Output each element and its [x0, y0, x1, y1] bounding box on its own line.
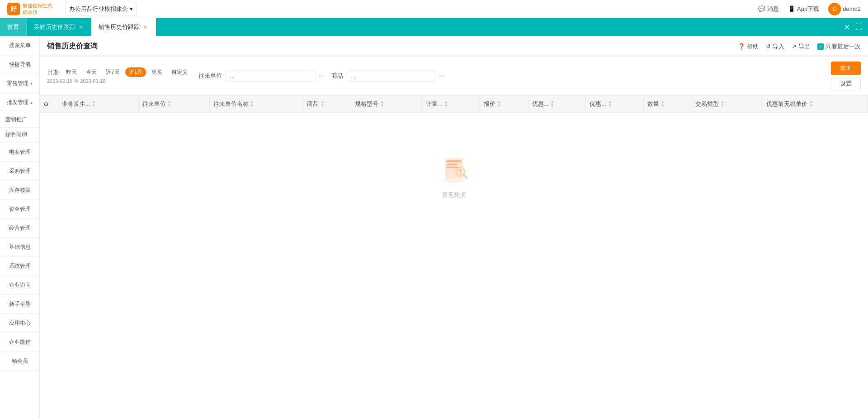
- sidebar-item-app-center[interactable]: 应用中心: [0, 314, 39, 333]
- col-trade-type[interactable]: 交易类型 ▲▼: [692, 95, 763, 113]
- date-btn-more[interactable]: 更多: [148, 67, 166, 77]
- sidebar-item-finance[interactable]: 资金管理: [0, 200, 39, 219]
- page-header-actions: ❓ 帮助 ↺ 导入 ↗ 导出 ✓ 只看最后一次: [738, 43, 861, 51]
- sidebar-item-wechat[interactable]: 企业微信: [0, 333, 39, 352]
- filter-product-group: 商品 ···: [331, 71, 445, 82]
- sidebar-item-operations[interactable]: 经营管理: [0, 219, 39, 238]
- checkbox-icon: ✓: [817, 43, 824, 50]
- date-range-text: 2023-02-18 至 2023-03-18: [47, 78, 191, 85]
- header-right: 💬 消息 📱 App下载 D demo2: [758, 3, 861, 15]
- date-label: 日期: [47, 68, 59, 76]
- import-button[interactable]: ↺ 导入: [766, 43, 784, 51]
- sidebar-item-inventory[interactable]: 库存核算: [0, 181, 39, 200]
- partner-label: 往来单位: [198, 72, 222, 80]
- sidebar-item-newbie[interactable]: 新手引导: [0, 295, 39, 314]
- data-table: ⚙ 业务发生... ▲▼ 往来单位 ▲▼: [40, 95, 868, 235]
- sidebar-item-basic-info[interactable]: 基础信息: [0, 238, 39, 257]
- col-pretax-price[interactable]: 优惠前无税单价 ▲▼: [763, 95, 868, 113]
- sidebar-item-wholesale[interactable]: 批发管理 ▴: [0, 93, 39, 112]
- logo-icon: 好: [7, 3, 20, 15]
- sort-arrows-quote: ▲▼: [497, 100, 501, 108]
- avatar: D: [828, 3, 841, 15]
- query-button[interactable]: 查询: [831, 62, 861, 75]
- col-quote[interactable]: 报价 ▲▼: [480, 95, 528, 113]
- product-input[interactable]: [347, 71, 437, 82]
- table-body: 暂无数据: [40, 113, 868, 236]
- workspace-selector[interactable]: 办公用品行业模拟账套 ▾: [65, 3, 137, 15]
- col-product[interactable]: 商品 ▲▼: [303, 95, 351, 113]
- svg-point-8: [459, 169, 462, 171]
- sort-arrows-partner-name: ▲▼: [250, 100, 254, 108]
- sidebar-item-quick-nav[interactable]: 快捷导航: [0, 55, 39, 74]
- filter-date-block: 日期 昨天 今天 近7天 近1月 更多 自定义 2023-02-18 至 202…: [47, 67, 191, 85]
- tab-close-purchase[interactable]: ✕: [78, 24, 84, 31]
- sort-arrows-pretax-price: ▲▼: [809, 100, 813, 108]
- import-icon: ↺: [766, 43, 771, 50]
- sidebar-item-membership[interactable]: 畅会员: [0, 352, 39, 371]
- filter-date-group: 日期 昨天 今天 近7天 近1月 更多 自定义: [47, 67, 191, 77]
- sort-arrows-product: ▲▼: [321, 100, 324, 108]
- filter-actions: 查询 设置: [831, 62, 861, 90]
- page-header: 销售历史价查询 ❓ 帮助 ↺ 导入 ↗ 导出 ✓ 只看最后一次: [40, 36, 868, 57]
- sidebar-sub-item-sales[interactable]: 销售管理: [0, 128, 39, 143]
- col-unit[interactable]: 计量... ▲▼: [422, 95, 480, 113]
- sidebar: 搜索菜单 快捷导航 零售管理 ▾ 批发管理 ▴ 营销推广 销售管理 电商管理 采…: [0, 36, 40, 418]
- date-btn-last1m[interactable]: 近1月: [125, 67, 146, 77]
- empty-text: 暂无数据: [442, 191, 466, 199]
- sidebar-item-ecommerce[interactable]: 电商管理: [0, 143, 39, 162]
- sort-arrows-discount2: ▲▼: [608, 100, 612, 108]
- logo-text: 畅捷信好生意 标准版: [23, 2, 52, 15]
- col-spec[interactable]: 规格型号 ▲▼: [351, 95, 422, 113]
- col-partner-code[interactable]: 往来单位 ▲▼: [138, 95, 209, 113]
- date-btn-today[interactable]: 今天: [82, 67, 100, 77]
- main-layout: 搜索菜单 快捷导航 零售管理 ▾ 批发管理 ▴ 营销推广 销售管理 电商管理 采…: [0, 36, 868, 418]
- product-browse-icon[interactable]: ···: [439, 72, 445, 80]
- tab-home[interactable]: 首页: [0, 18, 27, 36]
- tab-sales-history[interactable]: 销售历史价跟踪 ✕: [91, 18, 156, 36]
- sort-arrows-unit: ▲▼: [444, 100, 448, 108]
- sidebar-sub-item-marketing[interactable]: 营销推广: [0, 112, 39, 128]
- tab-close-sales[interactable]: ✕: [142, 24, 148, 31]
- col-biz-date[interactable]: 业务发生... ▲▼: [58, 95, 138, 113]
- sidebar-item-retail[interactable]: 零售管理 ▾: [0, 74, 39, 93]
- col-partner-name[interactable]: 往来单位名称 ▲▼: [209, 95, 303, 113]
- table-header-row: ⚙ 业务发生... ▲▼ 往来单位 ▲▼: [40, 95, 868, 113]
- fullscreen-icon[interactable]: ⛶: [855, 23, 863, 31]
- sidebar-item-purchase[interactable]: 采购管理: [0, 162, 39, 181]
- tab-purchase-history[interactable]: 采购历史价跟踪 ✕: [27, 18, 91, 36]
- date-btn-custom[interactable]: 自定义: [168, 67, 191, 77]
- partner-browse-icon[interactable]: ···: [318, 72, 324, 80]
- tab-bar-actions: ✕ ⛶: [839, 18, 868, 36]
- export-button[interactable]: ↗ 导出: [792, 43, 810, 51]
- date-btn-last7[interactable]: 近7天: [102, 67, 123, 77]
- chevron-down-icon: ▾: [130, 5, 133, 12]
- sort-arrows-partner-code: ▲▼: [168, 100, 171, 108]
- sort-arrows-biz-date: ▲▼: [92, 100, 95, 108]
- sidebar-item-enterprise[interactable]: 企业协同: [0, 276, 39, 295]
- sidebar-item-search-menu[interactable]: 搜索菜单: [0, 36, 39, 55]
- col-quantity[interactable]: 数量 ▲▼: [643, 95, 692, 113]
- partner-input[interactable]: [226, 71, 316, 82]
- help-button[interactable]: ❓ 帮助: [738, 43, 759, 51]
- date-btn-yesterday[interactable]: 昨天: [62, 67, 80, 77]
- show-last-only-checkbox[interactable]: ✓ 只看最后一次: [817, 43, 861, 51]
- settings-button[interactable]: 设置: [831, 77, 861, 90]
- sort-arrows-quantity: ▲▼: [661, 100, 665, 108]
- user-menu[interactable]: D demo2: [828, 3, 861, 15]
- tab-bar: 首页 采购历史价跟踪 ✕ 销售历史价跟踪 ✕ ✕ ⛶: [0, 18, 868, 36]
- message-button[interactable]: 💬 消息: [758, 5, 779, 13]
- page-title: 销售历史价查询: [47, 42, 98, 51]
- top-header: 好 畅捷信好生意 标准版 办公用品行业模拟账套 ▾ 💬 消息 📱 App下载 D…: [0, 0, 868, 18]
- close-window-icon[interactable]: ✕: [844, 23, 850, 32]
- col-discount1[interactable]: 优惠... ▲▼: [528, 95, 586, 113]
- app-download-button[interactable]: 📱 App下载: [788, 5, 819, 13]
- logo-area: 好 畅捷信好生意 标准版: [7, 2, 52, 15]
- filter-partner-group: 往来单位 ···: [198, 71, 324, 82]
- col-settings[interactable]: ⚙: [40, 95, 58, 113]
- col-discount2[interactable]: 优惠... ▲▼: [586, 95, 644, 113]
- product-input-group: ···: [347, 71, 445, 82]
- empty-icon: [436, 149, 472, 185]
- message-icon: 💬: [758, 5, 765, 12]
- chevron-down-icon: ▾: [30, 81, 33, 86]
- sidebar-item-system[interactable]: 系统管理: [0, 257, 39, 276]
